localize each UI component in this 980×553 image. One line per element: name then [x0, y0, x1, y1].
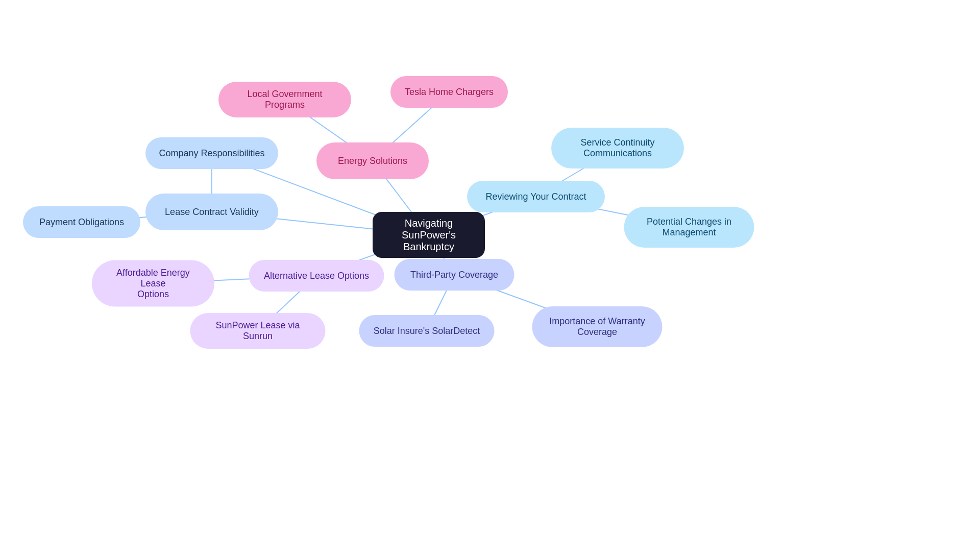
node-warranty-coverage[interactable]: Importance of WarrantyCoverage	[532, 306, 663, 347]
node-company-resp[interactable]: Company Responsibilities	[145, 137, 278, 169]
node-alternative-lease[interactable]: Alternative Lease Options	[249, 260, 384, 292]
node-payment-oblig[interactable]: Payment Obligations	[23, 206, 140, 238]
node-affordable-energy[interactable]: Affordable Energy LeaseOptions	[92, 260, 214, 307]
node-lease-validity[interactable]: Lease Contract Validity	[145, 194, 278, 230]
node-local-govt[interactable]: Local Government Programs	[218, 82, 351, 117]
node-tesla-chargers[interactable]: Tesla Home Chargers	[390, 76, 508, 108]
node-potential-changes[interactable]: Potential Changes inManagement	[624, 207, 754, 248]
node-energy-solutions[interactable]: Energy Solutions	[316, 142, 429, 179]
center-node[interactable]: Navigating SunPower's Bankruptcy	[373, 212, 485, 258]
node-service-continuity[interactable]: Service ContinuityCommunications	[551, 128, 684, 169]
node-solar-insure[interactable]: Solar Insure's SolarDetect	[359, 315, 495, 347]
mindmap-container: Navigating SunPower's BankruptcyEnergy S…	[0, 0, 980, 553]
node-sunpower-lease[interactable]: SunPower Lease via Sunrun	[190, 313, 326, 349]
node-third-party[interactable]: Third-Party Coverage	[395, 259, 514, 291]
node-reviewing-contract[interactable]: Reviewing Your Contract	[467, 181, 605, 212]
